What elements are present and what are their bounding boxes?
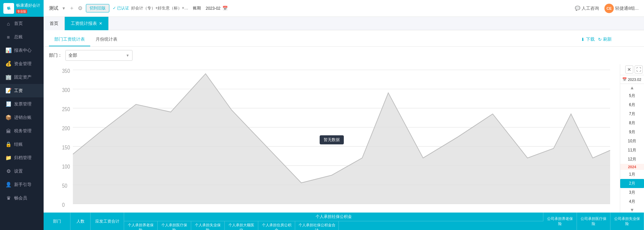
date-month-10[interactable]: 10月 bbox=[620, 137, 644, 146]
tab-home[interactable]: 首页 bbox=[44, 17, 65, 30]
tab-salary-label: 工资统计报表 bbox=[71, 20, 97, 27]
date-nav-down-button[interactable]: ▼ bbox=[620, 206, 644, 213]
date-month-12[interactable]: 12月 bbox=[620, 155, 644, 164]
subtabs: 部门工资统计表 月份统计表 ⬇ 下载 ↻ 刷新 bbox=[44, 30, 644, 47]
date-month-1[interactable]: 1月 bbox=[620, 170, 644, 179]
sidebar-label-home: 首页 bbox=[14, 20, 23, 27]
th-personal-big-medical: 个人承担大额医疗 bbox=[225, 221, 258, 230]
member-icon: ♛ bbox=[5, 195, 11, 201]
sidebar-logo: 畅 畅康通好会计 专业版 bbox=[0, 0, 44, 17]
date-year-2024[interactable]: 2024 bbox=[620, 164, 644, 170]
subtab-dept[interactable]: 部门工资统计表 bbox=[49, 34, 90, 46]
newbie-icon: 👤 bbox=[5, 182, 11, 188]
th-total-salary: 应发工资合计 bbox=[91, 213, 124, 230]
chart-container: 350 300 250 200 150 100 50 0 bbox=[44, 64, 620, 213]
sidebar-label-assets: 固定资产 bbox=[14, 74, 32, 80]
logo-icon: 畅 bbox=[3, 3, 14, 14]
sidebar-item-tax[interactable]: 🏛 税务管理 bbox=[0, 124, 44, 138]
sidebar-item-invoice[interactable]: 🧾 发票管理 bbox=[0, 97, 44, 111]
sidebar-item-ledger[interactable]: ≡ 总账 bbox=[0, 30, 44, 44]
sidebar-label-member: 畅会员 bbox=[14, 195, 27, 201]
th-company-pension: 公司承担养老保险 bbox=[543, 213, 577, 230]
topbar-tags: 好会计（专）+好生意（标）+… bbox=[131, 5, 188, 11]
y-label-350: 350 bbox=[62, 68, 70, 74]
date-month-4[interactable]: 4月 bbox=[620, 197, 644, 206]
refresh-button[interactable]: ↻ 刷新 bbox=[598, 36, 612, 42]
invoice-icon: 🧾 bbox=[5, 101, 11, 107]
tab-close-icon[interactable]: ✕ bbox=[99, 21, 102, 26]
expand-panel-button[interactable]: ⛶ bbox=[635, 65, 643, 74]
sidebar-item-reports[interactable]: 📊 报表中心 bbox=[0, 44, 44, 57]
sidebar-label-funds: 资金管理 bbox=[14, 61, 32, 67]
sidebar-item-assets[interactable]: 🏢 固定资产 bbox=[0, 71, 44, 84]
ledger-icon: ≡ bbox=[5, 34, 11, 40]
sidebar-item-home[interactable]: ⌂ 首页 bbox=[0, 17, 44, 30]
sidebar-label-purchases: 进销台账 bbox=[14, 114, 32, 121]
th-count: 人数 bbox=[70, 213, 91, 230]
sidebar: 畅 畅康通好会计 专业版 ⌂ 首页 ≡ 总账 📊 报表中心 💰 资金管理 🏢 固… bbox=[0, 0, 44, 230]
subtab-monthly[interactable]: 月份统计表 bbox=[90, 34, 123, 46]
sidebar-label-settings: 设置 bbox=[14, 168, 23, 174]
sidebar-item-funds[interactable]: 💰 资金管理 bbox=[0, 57, 44, 71]
y-label-150: 150 bbox=[62, 144, 70, 150]
th-personal-pension: 个人承担养老保险 bbox=[124, 221, 158, 230]
sidebar-item-member[interactable]: ♛ 畅会员 bbox=[0, 191, 44, 205]
topbar-dropdown-icon[interactable]: ▼ bbox=[62, 6, 66, 11]
th-company-unemployment: 公司承担失业保险 bbox=[610, 213, 644, 230]
topbar-gear-icon[interactable]: ⚙ bbox=[78, 5, 83, 11]
date-month-2[interactable]: 2月 bbox=[620, 179, 644, 188]
project-name: 测试 bbox=[49, 5, 58, 11]
consult-icon: 💬 bbox=[575, 6, 580, 11]
settings-icon: ⚙ bbox=[5, 168, 11, 174]
date-sidebar-controls: ✕ ⛶ bbox=[620, 64, 644, 75]
sidebar-item-purchases[interactable]: 📦 进销台账 bbox=[0, 111, 44, 124]
sidebar-item-settings[interactable]: ⚙ 设置 bbox=[0, 165, 44, 178]
chart-tooltip: 暂无数据 bbox=[320, 135, 344, 144]
user-menu[interactable]: CE 轻捷通8组... bbox=[604, 4, 639, 13]
sidebar-item-close[interactable]: 🔒 结账 bbox=[0, 138, 44, 151]
date-month-6[interactable]: 6月 bbox=[620, 100, 644, 109]
date-nav-up-button[interactable]: ▲ bbox=[620, 84, 644, 91]
salary-icon: 📝 bbox=[5, 88, 11, 94]
tabbar: 首页 工资统计报表 ✕ bbox=[44, 17, 644, 30]
y-label-200: 200 bbox=[62, 125, 70, 131]
period-label: 账期 bbox=[193, 5, 201, 11]
archive-icon: 📁 bbox=[5, 155, 11, 161]
chevron-down-icon: ▼ bbox=[126, 53, 129, 57]
y-label-50: 50 bbox=[62, 183, 67, 189]
sidebar-item-salary[interactable]: 📝 工资 bbox=[0, 84, 44, 97]
date-month-7[interactable]: 7月 bbox=[620, 109, 644, 119]
main-area: 测试 ▼ ＋ ⚙ 切到旧版 ✓ 已认证 好会计（专）+好生意（标）+… 账期 2… bbox=[44, 0, 644, 230]
period-value: 2023-02 bbox=[206, 6, 220, 11]
table-header: 部门 人数 应发工资合计 个人承担社保公积金 个人承担养老保险 个人承担医疗保险… bbox=[44, 213, 644, 230]
date-month-8[interactable]: 8月 bbox=[620, 119, 644, 128]
dept-select[interactable]: 全部 ▼ bbox=[65, 50, 132, 61]
consult-label: 人工咨询 bbox=[582, 5, 599, 11]
old-version-button[interactable]: 切到旧版 bbox=[86, 4, 109, 12]
date-month-5[interactable]: 5月 bbox=[620, 91, 644, 100]
topbar-add-button[interactable]: ＋ bbox=[69, 5, 74, 12]
calendar-small-icon: 📅 bbox=[622, 77, 627, 82]
sidebar-label-tax: 税务管理 bbox=[14, 128, 32, 134]
download-button[interactable]: ⬇ 下载 bbox=[581, 36, 595, 42]
consult-button[interactable]: 💬 人工咨询 bbox=[575, 5, 599, 11]
certified-status: ✓ 已认证 bbox=[113, 5, 129, 11]
tab-salary-report[interactable]: 工资统计报表 ✕ bbox=[65, 17, 109, 30]
sidebar-label-invoice: 发票管理 bbox=[14, 101, 32, 107]
date-sidebar: ✕ ⛶ 📅 2023.02 ▲ 5月 6月 7月 8月 9月 10月 11月 1… bbox=[620, 64, 644, 213]
th-group-personal-label: 个人承担社保公积金 bbox=[124, 213, 543, 221]
toolbar-actions: ⬇ 下载 ↻ 刷新 bbox=[581, 34, 612, 46]
assets-icon: 🏢 bbox=[5, 74, 11, 80]
date-month-3[interactable]: 3月 bbox=[620, 188, 644, 197]
sidebar-item-newbie[interactable]: 👤 新手引导 bbox=[0, 178, 44, 191]
y-label-100: 100 bbox=[62, 164, 70, 170]
date-month-9[interactable]: 9月 bbox=[620, 128, 644, 137]
sidebar-label-archive: 归档管理 bbox=[14, 155, 32, 161]
date-month-11[interactable]: 11月 bbox=[620, 146, 644, 155]
dept-select-value: 全部 bbox=[68, 52, 77, 58]
close-panel-button[interactable]: ✕ bbox=[625, 65, 633, 74]
app-badge: 专业版 bbox=[16, 9, 27, 13]
close-period-icon: 🔒 bbox=[5, 141, 11, 147]
sidebar-item-archive[interactable]: 📁 归档管理 bbox=[0, 151, 44, 165]
calendar-icon[interactable]: 📅 bbox=[222, 6, 228, 11]
